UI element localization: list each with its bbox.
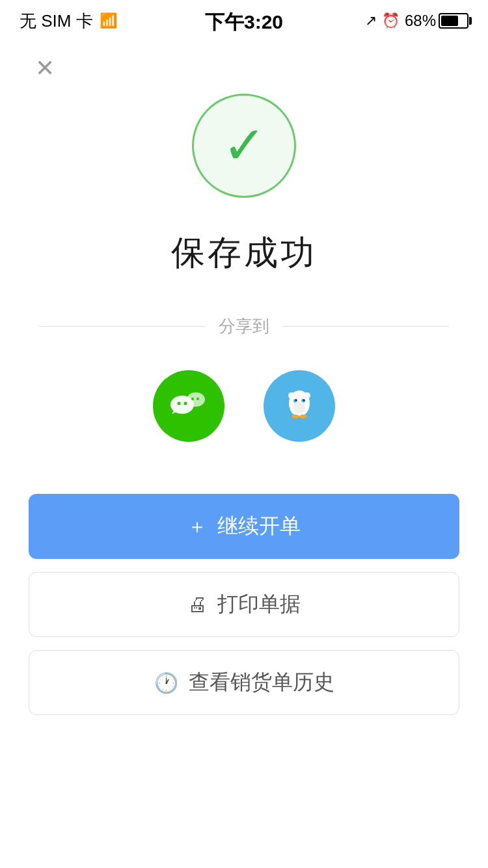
svg-point-4 bbox=[191, 398, 194, 400]
no-sim-text: 无 SIM 卡 bbox=[20, 10, 93, 33]
qq-icon bbox=[278, 385, 320, 427]
print-icon: 🖨 bbox=[187, 593, 207, 616]
share-label: 分享到 bbox=[219, 315, 269, 338]
success-title: 保存成功 bbox=[171, 230, 317, 276]
svg-point-12 bbox=[293, 401, 305, 414]
history-icon: 🕐 bbox=[154, 671, 178, 694]
svg-point-5 bbox=[197, 398, 199, 400]
svg-point-1 bbox=[187, 392, 205, 407]
svg-point-16 bbox=[304, 392, 310, 399]
wechat-icon bbox=[168, 385, 210, 427]
svg-point-15 bbox=[288, 392, 295, 399]
svg-point-14 bbox=[299, 414, 307, 418]
svg-point-10 bbox=[303, 400, 305, 401]
svg-point-2 bbox=[178, 402, 181, 405]
svg-point-9 bbox=[295, 400, 297, 401]
history-label: 查看销货单历史 bbox=[189, 668, 334, 697]
main-content: ✓ 保存成功 分享到 bbox=[0, 42, 488, 715]
continue-order-button[interactable]: ＋ 继续开单 bbox=[29, 494, 459, 559]
status-bar: 无 SIM 卡 📶 下午3:20 ↗ ⏰ 68% bbox=[0, 0, 488, 42]
alarm-icon: ⏰ bbox=[382, 12, 400, 29]
battery-fill bbox=[441, 16, 458, 26]
wifi-icon: 📶 bbox=[100, 12, 117, 29]
battery-percent: 68% bbox=[405, 12, 436, 30]
svg-point-13 bbox=[291, 414, 299, 418]
actions: ＋ 继续开单 🖨 打印单据 🕐 查看销货单历史 bbox=[0, 494, 488, 715]
divider-line-left bbox=[39, 326, 206, 327]
battery-block: 68% bbox=[405, 12, 468, 30]
share-divider: 分享到 bbox=[0, 315, 488, 338]
location-icon: ↗ bbox=[365, 12, 377, 29]
print-button[interactable]: 🖨 打印单据 bbox=[29, 572, 459, 637]
history-button[interactable]: 🕐 查看销货单历史 bbox=[29, 650, 459, 715]
battery-bar bbox=[439, 13, 468, 29]
divider-line-right bbox=[282, 326, 449, 327]
print-label: 打印单据 bbox=[217, 590, 301, 619]
wechat-share-button[interactable] bbox=[153, 370, 224, 442]
close-button[interactable]: ✕ bbox=[29, 52, 61, 85]
close-icon: ✕ bbox=[35, 57, 55, 80]
status-right: ↗ ⏰ 68% bbox=[365, 12, 468, 30]
qq-share-button[interactable] bbox=[264, 370, 335, 442]
share-icons bbox=[153, 370, 335, 442]
checkmark-icon: ✓ bbox=[223, 120, 266, 172]
svg-point-3 bbox=[184, 402, 187, 405]
status-time: 下午3:20 bbox=[205, 9, 283, 36]
continue-icon: ＋ bbox=[187, 513, 207, 540]
status-left: 无 SIM 卡 📶 bbox=[20, 10, 117, 33]
continue-label: 继续开单 bbox=[217, 512, 301, 541]
success-circle: ✓ bbox=[192, 94, 296, 198]
